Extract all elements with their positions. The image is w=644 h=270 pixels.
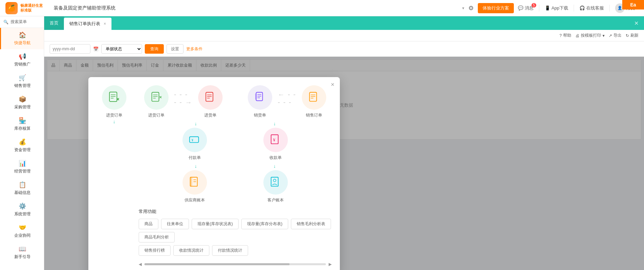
purchase-order2-icon xyxy=(144,85,169,110)
sidebar-item-inventory[interactable]: 🏪 库存核算 xyxy=(0,113,44,135)
spacer-left xyxy=(145,121,170,126)
svg-rect-12 xyxy=(256,92,263,101)
customer-ledger-icon xyxy=(263,170,288,195)
date-start-input[interactable] xyxy=(50,44,90,54)
refresh-icon: ↻ xyxy=(626,33,629,38)
func-btn-receipt-stats[interactable]: 收款情况统计 xyxy=(173,245,209,256)
newbie-icon: 📖 xyxy=(19,245,26,253)
supplier-ledger-icon xyxy=(182,170,207,195)
sales-order-tab-label: 销售订单执行表 xyxy=(69,21,100,27)
svg-rect-26 xyxy=(190,177,192,186)
sales-bill-icon xyxy=(248,85,272,110)
home-tab-label: 首页 xyxy=(50,20,58,26)
settings-button[interactable]: ⚙ xyxy=(468,4,474,12)
tab-sales-order[interactable]: 销售订单执行表 × xyxy=(64,18,111,30)
sidebar-item-newbie[interactable]: 📖 新手引导 xyxy=(0,242,44,263)
sys-title: 装备及固定资产辅助管理系统 xyxy=(54,5,458,11)
arrow-down-receipt: ↓ xyxy=(262,163,287,169)
query-button[interactable]: 查询 xyxy=(145,44,164,54)
sidebar-item-finance[interactable]: 💰 资金管理 xyxy=(0,135,44,156)
more-conditions-link[interactable]: 更多条件 xyxy=(186,46,203,52)
flow-node-sales-order[interactable]: 销售订单 xyxy=(302,85,326,118)
filter-bar: 📅 单据状态 查询 设置 更多条件 xyxy=(44,41,644,57)
basic-icon: 📋 xyxy=(19,181,26,188)
svg-text:¥: ¥ xyxy=(191,138,193,142)
export-icon: ↗ xyxy=(609,33,612,38)
spacer6 xyxy=(222,163,249,169)
func-btn-product[interactable]: 商品 xyxy=(139,219,158,229)
experience-button[interactable]: 体验行业方案 xyxy=(478,3,514,13)
svg-rect-0 xyxy=(109,92,117,102)
arrow-sales-order-to-bill: ← - - - - - xyxy=(278,91,296,106)
dropdown-arrow-icon[interactable]: ▾ xyxy=(462,6,464,11)
print-button[interactable]: 🖨 按模板打印 ▾ xyxy=(575,33,605,38)
func-btn-payment-stats[interactable]: 付款情况统计 xyxy=(212,245,248,256)
divider3 xyxy=(609,5,610,12)
common-functions: 常用功能 商品 往来单位 现存量(库存状况表) 现存量(库存分布表) 销售毛利分… xyxy=(139,209,332,256)
flow-node-purchase-bill[interactable]: 进货单 xyxy=(198,85,223,118)
purchase-bill-icon xyxy=(198,85,223,110)
sidebar-item-marketing[interactable]: 📢 营销推广 xyxy=(0,49,44,71)
func-btn-inventory-status[interactable]: 现存量(库存状况表) xyxy=(192,219,239,229)
svg-rect-4 xyxy=(152,92,159,102)
svg-text:¥: ¥ xyxy=(273,137,276,142)
func-buttons-row2: 销售排行榜 收款情况统计 付款情况统计 xyxy=(139,245,332,256)
online-service-button[interactable]: 🎧 在线客服 xyxy=(579,5,604,11)
system-icon: ⚙️ xyxy=(19,202,26,210)
flow-node-receipt[interactable]: ¥ 收款单 xyxy=(263,128,288,161)
print-icon: 🖨 xyxy=(575,33,579,38)
finance-icon: 💰 xyxy=(19,138,26,146)
help-icon: ? xyxy=(559,33,562,38)
close-all-button[interactable]: ✕ xyxy=(634,20,639,26)
sidebar-item-quick-nav[interactable]: 🏠 快捷导航 xyxy=(0,28,44,49)
help-button[interactable]: ? 帮助 xyxy=(559,33,571,38)
settings-button-filter[interactable]: 设置 xyxy=(167,44,184,54)
sidebar-item-basic[interactable]: 📋 基础信息 xyxy=(0,178,44,199)
flow-node-payment[interactable]: ¥ 付款单 xyxy=(182,128,207,161)
modal-close-button[interactable]: × xyxy=(331,81,334,88)
message-button[interactable]: 💬 消息 5 xyxy=(518,5,534,11)
receipt-icon: ¥ xyxy=(263,128,288,152)
search-icon: 🔍 xyxy=(3,20,8,24)
func-btn-product-profit[interactable]: 商品毛利分析 xyxy=(139,232,175,242)
svg-point-30 xyxy=(274,179,276,182)
tab-home[interactable]: 首页 xyxy=(44,16,64,30)
func-btn-inventory-dist[interactable]: 现存量(库存分布表) xyxy=(241,219,288,229)
sidebar-item-enterprise[interactable]: 🤝 企业协同 xyxy=(0,220,44,242)
scroll-track[interactable] xyxy=(144,263,326,265)
tab-close-button[interactable]: × xyxy=(104,21,106,26)
sidebar-item-system[interactable]: ⚙️ 系统管理 xyxy=(0,199,44,220)
func-btn-partner[interactable]: 往来单位 xyxy=(161,219,189,229)
sidebar-item-operation[interactable]: 📊 经营管理 xyxy=(0,156,44,178)
sidebar-item-purchase[interactable]: 📦 采购管理 xyxy=(0,92,44,113)
scroll-right-icon[interactable]: ▶ xyxy=(329,262,332,267)
print-dropdown-icon: ▾ xyxy=(603,33,605,38)
func-btn-sales-profit[interactable]: 销售毛利分析表 xyxy=(291,219,331,229)
message-icon: 💬 xyxy=(518,5,523,11)
sidebar-item-sales[interactable]: 🛒 销售管理 xyxy=(0,71,44,92)
flow-node-supplier-ledger[interactable]: 供应商账本 xyxy=(182,170,207,203)
quick-nav-modal: × 进货订单 ↓ xyxy=(88,77,340,270)
flow-node-customer-ledger[interactable]: 客户账本 xyxy=(263,170,288,203)
calendar-icon: 📅 xyxy=(93,47,99,52)
divider xyxy=(539,5,539,12)
status-select[interactable]: 单据状态 xyxy=(101,44,142,54)
refresh-button[interactable]: ↻ 刷新 xyxy=(626,33,639,38)
flow-node-purchase-order[interactable]: 进货订单 xyxy=(102,85,126,118)
arrow-purchase-to-bill: - - - - - → xyxy=(174,91,193,106)
scroll-left-icon[interactable]: ◀ xyxy=(139,262,142,267)
scroll-thumb xyxy=(144,263,290,265)
sales-icon: 🛒 xyxy=(19,74,26,82)
spacer-right xyxy=(300,121,325,126)
toolbar: ? 帮助 🖨 按模板打印 ▾ ↗ 导出 ↻ 刷新 xyxy=(44,30,644,41)
export-button[interactable]: ↗ 导出 xyxy=(609,33,622,38)
flow-node-sales-bill[interactable]: 销货单 xyxy=(248,85,272,118)
search-menu[interactable]: 🔍 搜索菜单 xyxy=(0,16,44,28)
func-btn-sales-rank[interactable]: 销售排行榜 xyxy=(139,245,171,256)
scroll-area: ◀ ▶ xyxy=(139,260,332,267)
flow-node-purchase-order2[interactable]: 进货订单 xyxy=(144,85,169,118)
download-icon: 📱 xyxy=(545,5,550,11)
arrow-down-purchase: ↓ xyxy=(184,121,208,126)
page-content: 品 商品 金额 预估毛利 预估毛利率 订金 累计收款金额 收款比例 还差多少天 … xyxy=(44,57,644,270)
app-download-button[interactable]: 📱 App下载 xyxy=(545,5,568,11)
